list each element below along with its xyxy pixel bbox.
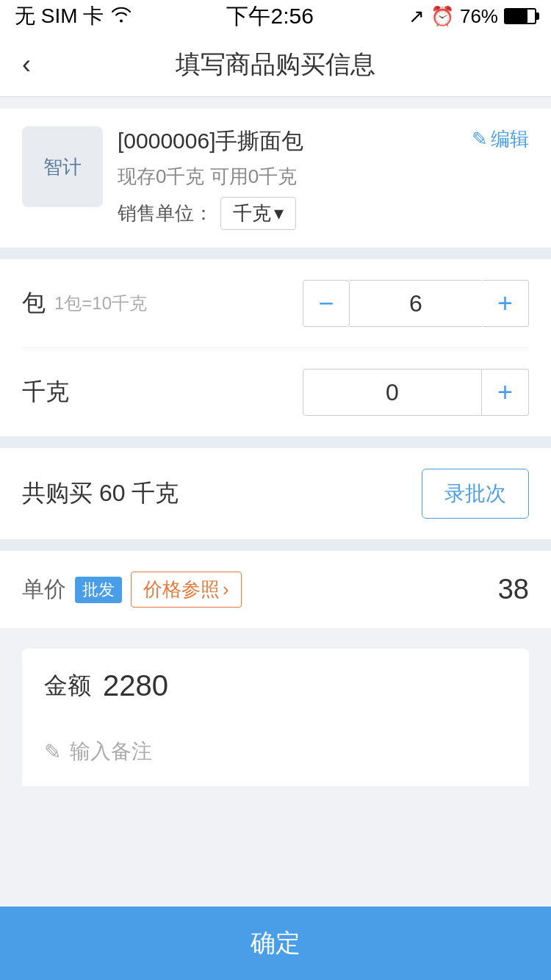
price-row: 单价 批发 价格参照 › 38 — [22, 572, 529, 608]
input-section: 包 1包=10千克 − + 千克 + — [0, 259, 551, 436]
product-name: [0000006]手撕面包 — [118, 126, 303, 156]
bao-input[interactable] — [350, 280, 482, 327]
amount-value: 2280 — [103, 669, 168, 702]
carrier-label: 无 SIM 卡 — [15, 2, 104, 30]
price-label: 单价 — [22, 574, 66, 605]
confirm-bar[interactable]: 确定 — [0, 907, 551, 980]
total-amount: 60 — [99, 480, 126, 506]
product-card: 智计 [0000006]手撕面包 ✎ 编辑 现存0千克 可用0千克 销售单位： … — [0, 109, 551, 248]
edit-icon: ✎ — [472, 128, 488, 151]
product-info: [0000006]手撕面包 ✎ 编辑 现存0千克 可用0千克 销售单位： 千克 … — [118, 126, 529, 230]
page-title: 填写商品购买信息 — [176, 48, 375, 82]
kg-input[interactable] — [303, 369, 482, 416]
kg-qty-control: + — [303, 369, 529, 416]
status-bar: 无 SIM 卡 下午2:56 ↗ ⏰ 76% — [0, 0, 551, 32]
battery-percent: 76% — [460, 5, 498, 28]
confirm-button-label: 确定 — [251, 926, 300, 960]
product-name-text: 手撕面包 — [215, 129, 303, 153]
note-row[interactable]: ✎ 输入备注 — [22, 723, 529, 786]
kg-label: 千克 — [22, 376, 69, 408]
product-stock: 现存0千克 可用0千克 — [118, 164, 529, 190]
unit-value: 千克 — [233, 201, 271, 226]
bao-hint: 1包=10千克 — [54, 292, 147, 315]
back-button[interactable]: ‹ — [22, 49, 31, 80]
pencil-icon: ✎ — [44, 740, 61, 764]
amount-label: 金额 — [44, 670, 91, 702]
status-time: 下午2:56 — [226, 1, 313, 32]
bao-qty-control: − + — [303, 280, 529, 327]
amount-section: 金额 2280 ✎ 输入备注 — [0, 628, 551, 786]
product-name-row: [0000006]手撕面包 ✎ 编辑 — [118, 126, 529, 156]
total-text: 共购买 60 千克 — [22, 478, 179, 510]
section-divider-3 — [0, 539, 551, 551]
price-ref-button[interactable]: 价格参照 › — [131, 572, 242, 608]
batch-button[interactable]: 录批次 — [422, 469, 529, 519]
alarm-icon: ⏰ — [431, 5, 454, 28]
location-icon: ↗ — [408, 5, 425, 28]
product-logo-text: 智计 — [43, 154, 82, 180]
price-ref-arrow-icon: › — [223, 578, 229, 601]
amount-row: 金额 2280 — [22, 649, 529, 723]
product-unit-row: 销售单位： 千克 ▾ — [118, 197, 529, 230]
status-right: ↗ ⏰ 76% — [408, 5, 536, 28]
edit-button[interactable]: ✎ 编辑 — [472, 126, 529, 152]
kg-increment-button[interactable]: + — [482, 369, 529, 416]
bao-increment-button[interactable]: + — [482, 280, 529, 327]
unit-select[interactable]: 千克 ▾ — [220, 197, 296, 230]
bao-input-row: 包 1包=10千克 − + — [22, 259, 529, 348]
price-label-group: 单价 批发 价格参照 › — [22, 572, 242, 608]
edit-label: 编辑 — [491, 126, 529, 152]
price-section: 单价 批发 价格参照 › 38 — [0, 551, 551, 628]
price-ref-label: 价格参照 — [143, 577, 220, 602]
total-row: 共购买 60 千克 录批次 — [0, 448, 551, 539]
status-left: 无 SIM 卡 — [15, 2, 132, 30]
bao-decrement-button[interactable]: − — [303, 280, 350, 327]
price-value: 38 — [498, 574, 529, 605]
wifi-icon — [111, 4, 132, 28]
note-placeholder: 输入备注 — [70, 738, 152, 765]
section-divider-1 — [0, 248, 551, 259]
product-code: [0000006] — [118, 129, 215, 153]
nav-bar: ‹ 填写商品购买信息 — [0, 32, 551, 97]
section-divider-2 — [0, 436, 551, 448]
pifa-badge: 批发 — [75, 577, 122, 603]
bao-label: 包 1包=10千克 — [22, 287, 147, 320]
battery-icon — [504, 8, 536, 24]
kg-input-row: 千克 + — [22, 348, 529, 436]
product-thumbnail: 智计 — [22, 126, 103, 207]
unit-chevron-icon: ▾ — [274, 202, 284, 225]
unit-label: 销售单位： — [118, 201, 213, 226]
